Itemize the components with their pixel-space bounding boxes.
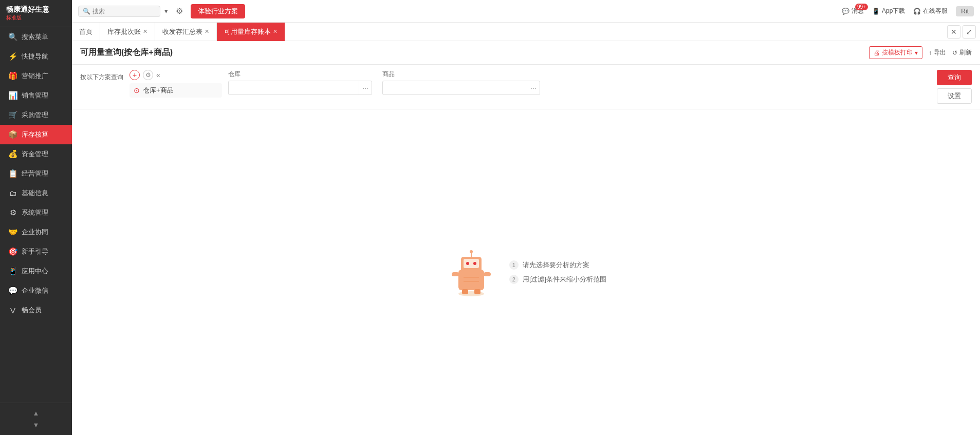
tab-expand-btn[interactable]: ⤢ bbox=[963, 25, 976, 39]
tab-close-collect-inventory[interactable]: ✕ bbox=[205, 28, 209, 35]
scheme-add-btn[interactable]: + bbox=[130, 70, 140, 80]
topbar-service-btn[interactable]: 🎧 在线客服 bbox=[913, 7, 948, 15]
topbar-user-btn[interactable]: Rit bbox=[956, 6, 974, 16]
sidebar-item-sales[interactable]: 📊 销售管理 bbox=[0, 86, 72, 105]
topbar-msg-btn[interactable]: 💬 消息 99+ bbox=[842, 7, 864, 15]
svg-rect-8 bbox=[452, 272, 459, 276]
main-area: 🔍 ▾ ⚙ 体验行业方案 💬 消息 99+ 📱 App下载 🎧 在线客服 bbox=[72, 0, 980, 435]
service-label: 在线客服 bbox=[923, 7, 948, 15]
sidebar-item-wechat[interactable]: 💬 企业微信 bbox=[0, 281, 72, 300]
product-input[interactable] bbox=[383, 82, 527, 94]
warehouse-dots-btn[interactable]: ··· bbox=[359, 81, 372, 94]
sidebar-label-finance: 资金管理 bbox=[22, 149, 48, 159]
sidebar-label-wechat: 企业微信 bbox=[22, 286, 48, 295]
finance-icon: 💰 bbox=[8, 149, 17, 159]
query-btn[interactable]: 查询 bbox=[937, 70, 972, 85]
print-label: 按模板打印 bbox=[882, 48, 913, 57]
settings-btn[interactable]: 设置 bbox=[937, 88, 972, 104]
tab-close-available-stock[interactable]: ✕ bbox=[273, 28, 278, 35]
sidebar-item-inventory[interactable]: 📦 库存核算 bbox=[0, 125, 72, 144]
sidebar-label-enterprise: 企业协同 bbox=[22, 228, 48, 237]
topbar-search-input[interactable] bbox=[93, 8, 154, 15]
product-dots-btn[interactable]: ··· bbox=[527, 81, 540, 94]
filter-fields: 仓库 ··· 商品 ··· bbox=[228, 70, 931, 95]
empty-robot-illustration bbox=[446, 247, 497, 298]
svg-rect-11 bbox=[474, 289, 480, 294]
page-header-actions: 🖨 按模板打印 ▾ ↑ 导出 ↺ 刷新 bbox=[869, 46, 972, 59]
guide-icon: 🎯 bbox=[8, 247, 17, 256]
warehouse-field-label: 仓库 bbox=[228, 70, 372, 79]
tip-text-2: 用[过滤]条件来缩小分析范围 bbox=[523, 275, 606, 284]
tab-collect-inventory[interactable]: 收发存汇总表✕ bbox=[155, 23, 217, 41]
operations-icon: 📋 bbox=[8, 169, 17, 178]
sidebar-item-apps[interactable]: 📱 应用中心 bbox=[0, 261, 72, 281]
topbar-app-btn[interactable]: 📱 App下载 bbox=[872, 7, 905, 15]
scheme-config-btn[interactable]: ⚙ bbox=[143, 70, 153, 80]
filter-schemes: + ⚙ « ⊙ 仓库+商品 bbox=[130, 70, 222, 98]
empty-tip-2: 2 用[过滤]条件来缩小分析范围 bbox=[509, 275, 606, 284]
refresh-icon: ↺ bbox=[952, 49, 957, 56]
product-input-box: ··· bbox=[382, 81, 540, 95]
system-icon: ⚙ bbox=[8, 208, 17, 217]
sidebar-item-vip[interactable]: V 畅会员 bbox=[0, 300, 72, 320]
tab-label-collect-inventory: 收发存汇总表 bbox=[162, 27, 202, 36]
sidebar-label-guide: 新手引导 bbox=[22, 247, 48, 256]
industry-btn[interactable]: 体验行业方案 bbox=[191, 4, 245, 18]
sidebar-scroll-down[interactable]: ▼ bbox=[0, 419, 72, 431]
vip-icon: V bbox=[8, 306, 17, 315]
topbar-gear-btn[interactable]: ⚙ bbox=[172, 4, 187, 18]
svg-point-4 bbox=[466, 262, 469, 265]
sidebar-item-finance[interactable]: 💰 资金管理 bbox=[0, 144, 72, 164]
topbar-dropdown[interactable]: ▾ bbox=[164, 7, 168, 15]
tab-label-inventory-batch: 库存批次账 bbox=[107, 27, 141, 36]
empty-tips: 1 请先选择要分析的方案 2 用[过滤]条件来缩小分析范围 bbox=[509, 260, 606, 284]
refresh-label: 刷新 bbox=[959, 48, 972, 57]
sidebar-item-guide[interactable]: 🎯 新手引导 bbox=[0, 242, 72, 261]
sidebar-label-shortcut: 快捷导航 bbox=[22, 52, 48, 61]
svg-rect-9 bbox=[484, 272, 491, 276]
tabs-bar-right: ✕ ⤢ bbox=[943, 25, 980, 39]
print-btn[interactable]: 🖨 按模板打印 ▾ bbox=[869, 46, 922, 59]
sidebar-label-marketing: 营销推广 bbox=[22, 71, 48, 81]
sidebar-item-system[interactable]: ⚙ 系统管理 bbox=[0, 203, 72, 222]
tab-close-inventory-batch[interactable]: ✕ bbox=[143, 28, 147, 35]
sidebar-item-shortcut[interactable]: ⚡ 快捷导航 bbox=[0, 47, 72, 66]
sidebar-logo: 畅康通好生意 标准版 bbox=[0, 0, 72, 27]
svg-point-5 bbox=[473, 262, 476, 265]
scheme-collapse-btn[interactable]: « bbox=[156, 71, 160, 79]
sidebar-label-system: 系统管理 bbox=[22, 208, 48, 217]
msg-icon: 💬 bbox=[842, 8, 849, 15]
sidebar-item-enterprise[interactable]: 🤝 企业协同 bbox=[0, 222, 72, 242]
tab-home[interactable]: 首页 bbox=[72, 23, 100, 41]
sidebar: 畅康通好生意 标准版 🔍 搜索菜单 ⚡ 快捷导航 🎁 营销推广 📊 销售管理 🛒… bbox=[0, 0, 72, 435]
topbar: 🔍 ▾ ⚙ 体验行业方案 💬 消息 99+ 📱 App下载 🎧 在线客服 bbox=[72, 0, 980, 23]
product-field: 商品 ··· bbox=[382, 70, 540, 95]
tab-available-stock[interactable]: 可用量库存账本✕ bbox=[217, 23, 285, 41]
scheme-item[interactable]: ⊙ 仓库+商品 bbox=[130, 83, 222, 98]
filter-area: 按以下方案查询 + ⚙ « ⊙ 仓库+商品 仓库 ··· bbox=[72, 65, 980, 109]
topbar-search-box[interactable]: 🔍 bbox=[78, 6, 160, 17]
scheme-item-icon: ⊙ bbox=[134, 86, 140, 94]
scheme-item-label: 仓库+商品 bbox=[143, 86, 174, 95]
sidebar-item-purchase[interactable]: 🛒 采购管理 bbox=[0, 105, 72, 125]
sidebar-item-search[interactable]: 🔍 搜索菜单 bbox=[0, 27, 72, 47]
export-btn[interactable]: ↑ 导出 bbox=[929, 48, 946, 57]
tip-number-1: 1 bbox=[509, 260, 519, 270]
svg-rect-3 bbox=[464, 259, 479, 268]
sidebar-item-basic[interactable]: 🗂 基础信息 bbox=[0, 183, 72, 203]
warehouse-input[interactable] bbox=[229, 82, 359, 94]
tab-close-btn[interactable]: ✕ bbox=[947, 25, 960, 39]
sidebar-scroll: 🔍 搜索菜单 ⚡ 快捷导航 🎁 营销推广 📊 销售管理 🛒 采购管理 📦 库存核… bbox=[0, 27, 72, 403]
sidebar-scroll-up[interactable]: ▲ bbox=[0, 407, 72, 419]
sidebar-bottom: ▲ ▼ bbox=[0, 403, 72, 435]
svg-point-7 bbox=[470, 250, 473, 253]
sidebar-item-marketing[interactable]: 🎁 营销推广 bbox=[0, 66, 72, 86]
empty-state: 1 请先选择要分析的方案 2 用[过滤]条件来缩小分析范围 bbox=[72, 109, 980, 435]
svg-rect-1 bbox=[458, 270, 484, 290]
tab-inventory-batch[interactable]: 库存批次账✕ bbox=[100, 23, 155, 41]
tip-number-2: 2 bbox=[509, 275, 519, 284]
page-title: 可用量查询(按仓库+商品) bbox=[80, 47, 173, 58]
refresh-btn[interactable]: ↺ 刷新 bbox=[952, 48, 972, 57]
sidebar-label-search: 搜索菜单 bbox=[22, 32, 48, 42]
sidebar-item-operations[interactable]: 📋 经营管理 bbox=[0, 164, 72, 183]
